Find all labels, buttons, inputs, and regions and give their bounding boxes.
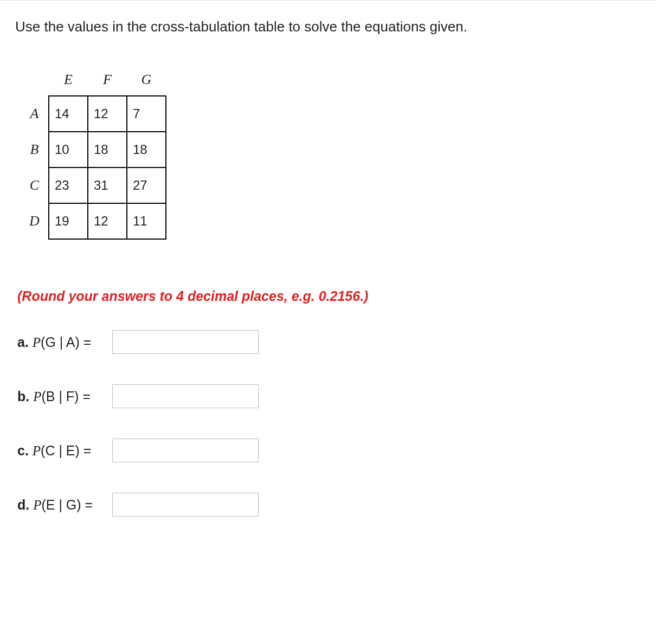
cell: 18	[127, 132, 166, 168]
row-header-B: B	[25, 132, 49, 168]
cell: 18	[88, 132, 127, 168]
question-d: d. P(E | G) =	[17, 493, 641, 517]
instruction-text: Use the values in the cross-tabulation t…	[15, 17, 641, 36]
question-b: b. P(B | F) =	[17, 384, 641, 408]
row-header-C: C	[25, 168, 49, 203]
answer-input-d[interactable]	[112, 493, 259, 517]
question-a: a. P(G | A) =	[17, 330, 641, 354]
question-a-label: a. P(G | A) =	[17, 334, 112, 350]
cell: 14	[49, 96, 88, 132]
question-b-label: b. P(B | F) =	[17, 389, 112, 404]
table-row: B 10 18 18	[25, 132, 166, 168]
answer-input-b[interactable]	[112, 384, 259, 408]
answer-input-a[interactable]	[112, 330, 259, 354]
question-d-label: d. P(E | G) =	[17, 497, 112, 513]
rounding-note: (Round your answers to 4 decimal places,…	[17, 288, 641, 304]
table-corner-empty	[25, 63, 49, 96]
row-header-A: A	[25, 96, 49, 132]
cell: 10	[49, 132, 88, 168]
col-header-F: F	[88, 63, 127, 96]
answer-input-c[interactable]	[112, 439, 259, 462]
cell: 31	[88, 168, 127, 203]
row-header-D: D	[25, 203, 49, 239]
question-c-label: c. P(C | E) =	[17, 443, 112, 459]
cross-tabulation-table-wrap: E F G A 14 12 7 B 10 18 18 C 23 31 27 D …	[25, 63, 641, 240]
col-header-E: E	[49, 63, 88, 96]
cell: 23	[49, 168, 88, 203]
table-row: D 19 12 11	[25, 203, 166, 239]
col-header-G: G	[127, 63, 166, 96]
cell: 7	[127, 96, 166, 132]
table-row: C 23 31 27	[25, 168, 166, 203]
cell: 19	[49, 203, 88, 239]
cell: 11	[127, 203, 166, 239]
cross-tabulation-table: E F G A 14 12 7 B 10 18 18 C 23 31 27 D …	[25, 63, 166, 240]
cell: 27	[127, 168, 166, 203]
cell: 12	[88, 203, 127, 239]
cell: 12	[88, 96, 127, 132]
question-c: c. P(C | E) =	[17, 439, 641, 462]
table-row: A 14 12 7	[25, 96, 166, 132]
